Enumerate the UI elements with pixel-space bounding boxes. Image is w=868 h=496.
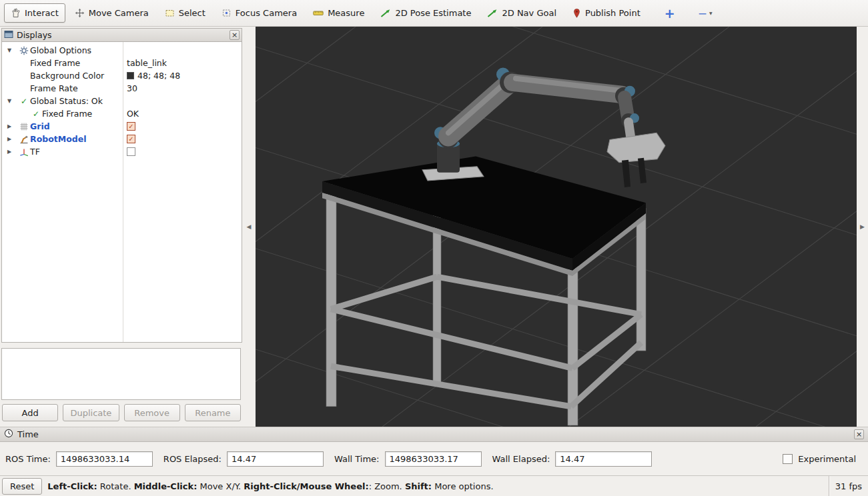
help-segment: Shift: [405, 481, 432, 491]
tree-row-global-status-ok: ▼✓Global Status: Ok [2, 95, 242, 107]
right-panel-collapse-handle[interactable]: ▶ [857, 27, 868, 427]
expander-open-icon[interactable]: ▼ [7, 47, 18, 53]
value-text: OK [127, 109, 139, 119]
tool-label: Measure [328, 8, 364, 18]
hand-icon [11, 8, 21, 18]
color-swatch [127, 72, 134, 79]
tree-value-background-color: 48; 48; 48 [123, 71, 242, 81]
robot-arm-model [422, 68, 665, 187]
viewport-3d[interactable] [256, 27, 857, 427]
tf-enabled-checkbox[interactable] [127, 147, 135, 156]
tool-publish-point[interactable]: Publish Point [566, 3, 647, 23]
status-bar: Reset Left-Click: Rotate. Middle-Click: … [0, 475, 868, 496]
tool-label: Select [179, 8, 205, 18]
add-button[interactable]: Add [2, 404, 58, 421]
display-description-box [1, 348, 241, 400]
tree-label-background-color: Background Color [30, 71, 104, 81]
tree-label-global-options: Global Options [30, 45, 91, 55]
tree-row-name: ✓Fixed Frame [2, 109, 123, 119]
time-panel-header[interactable]: Time × [0, 427, 868, 442]
point-pin-icon [572, 8, 581, 18]
tool-focus-camera[interactable]: Focus Camera [215, 3, 304, 23]
tree-row-name: ▼Global Options [2, 45, 123, 55]
tool-label: Move Camera [89, 8, 149, 18]
ros-elapsed-input[interactable]: 14.47 [227, 451, 324, 467]
tool-measure[interactable]: Measure [306, 3, 371, 23]
tree-label-fixed-frame: Fixed Frame [42, 109, 92, 119]
ros-time-label: ROS Time: [5, 454, 51, 464]
tool-move-camera[interactable]: Move Camera [68, 3, 155, 23]
time-panel-title: Time [17, 429, 39, 439]
experimental-label: Experimental [798, 454, 856, 464]
robotmodel-enabled-checkbox[interactable]: ✓ [127, 135, 135, 143]
check-icon: ✓ [18, 97, 30, 106]
grid-enabled-checkbox[interactable]: ✓ [127, 122, 135, 131]
collapse-left-icon: ◀ [247, 223, 252, 230]
displays-panel-header[interactable]: Displays × [1, 28, 242, 41]
tree-label-tf: TF [30, 147, 40, 157]
gear-icon [18, 46, 30, 55]
expander-closed-icon[interactable]: ▶ [7, 136, 18, 142]
tf-icon [18, 147, 30, 157]
tool-2d-pose-estimate[interactable]: 2D Pose Estimate [374, 3, 478, 23]
displays-panel-buttons: AddDuplicateRemoveRename [1, 400, 242, 421]
grid-icon [18, 122, 30, 131]
tree-value-tf [123, 147, 242, 156]
tree-row-name: Background Color [2, 71, 123, 81]
left-panel-collapse-handle[interactable]: ◀ [242, 27, 256, 427]
tool-select[interactable]: Select [158, 3, 212, 23]
remove-tool-button[interactable]: − ▼ [691, 4, 719, 23]
displays-tree: ▼Global OptionsFixed Frametable_linkBack… [1, 41, 242, 343]
experimental-checkbox[interactable] [783, 454, 793, 464]
wall-time-label: Wall Time: [334, 454, 380, 464]
duplicate-button: Duplicate [63, 404, 119, 421]
displays-panel-close-button[interactable]: × [230, 30, 240, 40]
tree-label-grid: Grid [30, 121, 50, 131]
time-panel-close-button[interactable]: × [854, 429, 864, 439]
displays-panel: Displays × ▼Global OptionsFixed Frametab… [0, 27, 242, 427]
ros-time-input[interactable]: 1498633033.14 [56, 451, 153, 467]
move-camera-icon [75, 8, 85, 18]
tree-value-frame-rate: 30 [123, 83, 242, 93]
time-fields: ROS Time:1498633033.14ROS Elapsed:14.47W… [5, 451, 652, 467]
tool-interact[interactable]: Interact [4, 3, 65, 23]
scene-svg [256, 27, 857, 427]
measure-ruler-icon [313, 8, 324, 18]
value-text[interactable]: 48; 48; 48 [137, 71, 180, 81]
help-segment: Right-Click/Mouse Wheel: [244, 481, 368, 491]
select-box-icon [165, 8, 175, 18]
value-text[interactable]: 30 [127, 83, 137, 93]
expander-closed-icon[interactable]: ▶ [7, 149, 18, 155]
tree-label-fixed-frame: Fixed Frame [30, 58, 80, 68]
plus-icon: + [665, 9, 675, 18]
help-segment: More options. [432, 481, 494, 491]
tree-row-name: ▼✓Global Status: Ok [2, 96, 123, 106]
table-model [322, 157, 646, 425]
help-segment: : Zoom. [369, 481, 405, 491]
toolbar-extras: + − ▼ [658, 4, 719, 23]
add-tool-button[interactable]: + [658, 4, 682, 23]
help-text: Left-Click: Rotate. Middle-Click: Move X… [47, 481, 823, 491]
toolbar: InteractMove CameraSelectFocus CameraMea… [0, 0, 868, 27]
expander-closed-icon[interactable]: ▶ [7, 123, 18, 129]
wall-time-input[interactable]: 1498633033.17 [385, 451, 482, 467]
tree-value-fixed-frame: OK [123, 109, 242, 119]
fps-counter: 31 fps [829, 476, 868, 496]
rviz-window: InteractMove CameraSelectFocus CameraMea… [0, 0, 868, 496]
tree-value-fixed-frame: table_link [123, 58, 242, 68]
time-fields-row: ROS Time:1498633033.14ROS Elapsed:14.47W… [0, 442, 868, 475]
reset-button[interactable]: Reset [2, 478, 42, 495]
minus-icon: − [698, 9, 707, 18]
help-segment: Left-Click: [47, 481, 97, 491]
check-icon: ✓ [30, 109, 42, 119]
robot-icon [18, 135, 30, 144]
tree-row-name: Fixed Frame [2, 58, 123, 68]
expander-open-icon[interactable]: ▼ [7, 98, 18, 104]
chevron-down-icon: ▼ [709, 11, 713, 15]
wall-elapsed-input[interactable]: 14.47 [555, 451, 652, 467]
tool-label: Interact [25, 8, 59, 18]
value-text[interactable]: table_link [127, 58, 167, 68]
tool-2d-nav-goal[interactable]: 2D Nav Goal [480, 3, 563, 23]
tree-label-global-status-ok: Global Status: Ok [30, 96, 103, 106]
experimental-option: Experimental [783, 454, 863, 464]
